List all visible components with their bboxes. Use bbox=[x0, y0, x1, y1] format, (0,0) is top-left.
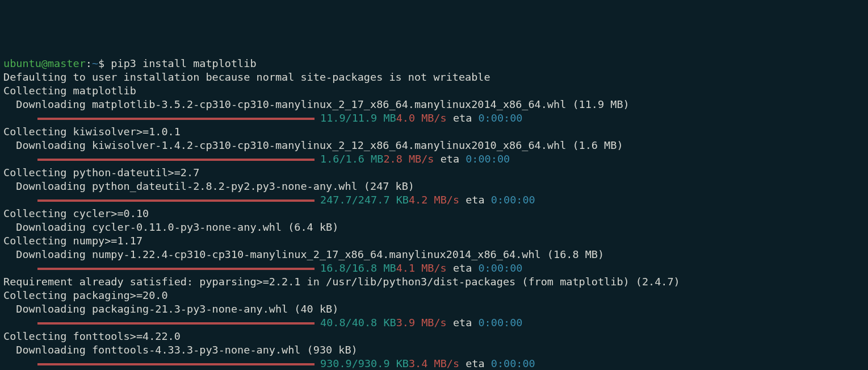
progress-size: 930.9/930.9 KB bbox=[320, 357, 409, 370]
progress-bar bbox=[37, 159, 315, 161]
output-line: Collecting cycler>=0.10 bbox=[3, 207, 865, 221]
output-line: Collecting python-dateutil>=2.7 bbox=[3, 166, 865, 180]
progress-line: 40.8/40.8 KB 3.9 MB/s eta 0:00:00 bbox=[3, 316, 865, 330]
progress-eta: 0:00:00 bbox=[478, 111, 522, 125]
progress-size: 16.8/16.8 MB bbox=[320, 261, 396, 275]
progress-line: 247.7/247.7 KB 4.2 MB/s eta 0:00:00 bbox=[3, 193, 865, 207]
progress-eta-label: eta bbox=[459, 357, 491, 370]
progress-speed: 2.8 MB/s bbox=[383, 152, 434, 166]
output-line: Downloading python_dateutil-2.8.2-py2.py… bbox=[3, 180, 865, 193]
output-line: Downloading matplotlib-3.5.2-cp310-cp310… bbox=[3, 98, 865, 111]
progress-size: 11.9/11.9 MB bbox=[320, 111, 396, 125]
progress-eta: 0:00:00 bbox=[466, 152, 510, 166]
progress-eta: 0:00:00 bbox=[478, 316, 522, 330]
output-line: Downloading numpy-1.22.4-cp310-cp310-man… bbox=[3, 248, 865, 261]
output-line: Downloading cycler-0.11.0-py3-none-any.w… bbox=[3, 221, 865, 234]
progress-eta: 0:00:00 bbox=[478, 261, 522, 275]
output-line: Collecting matplotlib bbox=[3, 84, 865, 98]
prompt-user: ubuntu bbox=[3, 57, 41, 69]
output-line: Downloading packaging-21.3-py3-none-any.… bbox=[3, 302, 865, 316]
progress-eta-label: eta bbox=[459, 193, 491, 207]
progress-line: 11.9/11.9 MB 4.0 MB/s eta 0:00:00 bbox=[3, 111, 865, 125]
progress-speed: 3.9 MB/s bbox=[396, 316, 447, 330]
prompt-line: ubuntu@master:~$ pip3 install matplotlib bbox=[3, 57, 865, 70]
progress-bar bbox=[37, 363, 315, 365]
progress-bar bbox=[37, 199, 315, 202]
progress-bar bbox=[37, 118, 315, 120]
output-line: Collecting fonttools>=4.22.0 bbox=[3, 330, 865, 343]
progress-line: 930.9/930.9 KB 3.4 MB/s eta 0:00:00 bbox=[3, 357, 865, 370]
progress-size: 40.8/40.8 KB bbox=[320, 316, 396, 330]
progress-eta: 0:00:00 bbox=[491, 193, 535, 207]
output-line: Downloading kiwisolver-1.4.2-cp310-cp310… bbox=[3, 139, 865, 152]
progress-size: 247.7/247.7 KB bbox=[320, 193, 409, 207]
output-line: Requirement already satisfied: pyparsing… bbox=[3, 275, 865, 289]
progress-line: 1.6/1.6 MB 2.8 MB/s eta 0:00:00 bbox=[3, 152, 865, 166]
progress-speed: 4.0 MB/s bbox=[396, 111, 447, 125]
progress-speed: 4.2 MB/s bbox=[409, 193, 459, 207]
command-text: pip3 install matplotlib bbox=[111, 57, 256, 69]
prompt-dollar: $ bbox=[98, 57, 111, 69]
progress-speed: 3.4 MB/s bbox=[409, 357, 459, 370]
progress-size: 1.6/1.6 MB bbox=[320, 152, 383, 166]
progress-bar bbox=[37, 268, 315, 270]
output-line: Collecting packaging>=20.0 bbox=[3, 289, 865, 302]
progress-eta-label: eta bbox=[447, 316, 479, 330]
prompt-at: @ bbox=[41, 57, 48, 69]
prompt-host: master bbox=[48, 57, 86, 69]
progress-line: 16.8/16.8 MB 4.1 MB/s eta 0:00:00 bbox=[3, 261, 865, 275]
output-line: Collecting kiwisolver>=1.0.1 bbox=[3, 125, 865, 139]
progress-speed: 4.1 MB/s bbox=[396, 261, 447, 275]
progress-eta-label: eta bbox=[447, 261, 479, 275]
terminal[interactable]: ubuntu@master:~$ pip3 install matplotlib… bbox=[3, 57, 865, 370]
prompt-path: ~ bbox=[92, 57, 98, 69]
progress-eta-label: eta bbox=[434, 152, 466, 166]
progress-eta: 0:00:00 bbox=[491, 357, 535, 370]
output-line: Defaulting to user installation because … bbox=[3, 70, 865, 84]
progress-eta-label: eta bbox=[447, 111, 479, 125]
output-line: Downloading fonttools-4.33.3-py3-none-an… bbox=[3, 343, 865, 357]
prompt-colon: : bbox=[86, 57, 92, 69]
progress-bar bbox=[37, 322, 315, 325]
output-line: Collecting numpy>=1.17 bbox=[3, 234, 865, 248]
